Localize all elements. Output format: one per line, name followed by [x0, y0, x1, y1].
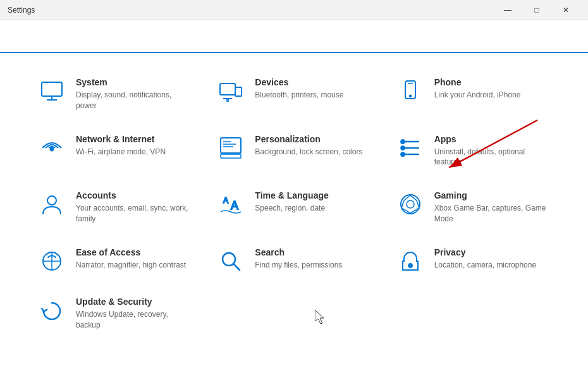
svg-point-23	[47, 196, 56, 205]
window-title: Settings	[8, 6, 35, 15]
apps-icon	[396, 135, 424, 161]
settings-item-network[interactable]: Network & Internet Wi-Fi, airplane mode,…	[25, 123, 204, 180]
settings-desc-system: Display, sound, notifications, power	[76, 90, 192, 111]
search-input[interactable]	[15, 25, 217, 47]
svg-point-26	[401, 195, 420, 214]
settings-desc-privacy: Location, camera, microphone	[434, 260, 550, 271]
settings-desc-gaming: Xbox Game Bar, captures, Game Mode	[434, 203, 550, 224]
settings-desc-apps: Uninstall, defaults, optional features	[434, 147, 550, 168]
settings-title-accounts: Accounts	[76, 190, 192, 200]
settings-desc-search: Find my files, permissions	[255, 260, 371, 271]
settings-item-gaming[interactable]: Gaming Xbox Game Bar, captures, Game Mod…	[384, 179, 563, 236]
settings-desc-accounts: Your accounts, email, sync, work, family	[76, 203, 192, 224]
settings-title-time: Time & Language	[255, 190, 371, 200]
search-icon	[217, 249, 245, 274]
gaming-icon	[396, 192, 424, 217]
phone-icon	[396, 78, 424, 104]
settings-item-update[interactable]: Update & Security Windows Update, recove…	[25, 285, 204, 342]
devices-icon	[217, 78, 245, 104]
svg-point-33	[408, 264, 412, 267]
settings-desc-ease: Narrator, magnifier, high contrast	[76, 260, 192, 271]
svg-point-10	[51, 147, 54, 150]
privacy-icon	[396, 249, 424, 274]
settings-title-devices: Devices	[255, 77, 371, 87]
settings-item-devices[interactable]: Devices Bluetooth, printers, mouse	[204, 66, 383, 123]
network-icon	[38, 135, 66, 161]
settings-item-personalization[interactable]: Personalization Background, lock screen,…	[204, 123, 383, 180]
settings-desc-time: Speech, region, date	[255, 203, 371, 214]
svg-point-8	[409, 95, 411, 97]
minimize-button[interactable]: —	[493, 0, 522, 20]
update-icon	[38, 298, 66, 323]
settings-item-apps[interactable]: Apps Uninstall, defaults, optional featu…	[384, 123, 563, 180]
settings-title-update: Update & Security	[76, 297, 192, 307]
search-bar-area	[0, 20, 588, 53]
settings-item-time[interactable]: A A Time & Language Speech, region, date	[204, 179, 383, 236]
svg-rect-0	[42, 82, 62, 96]
settings-title-personalization: Personalization	[255, 134, 371, 144]
settings-desc-devices: Bluetooth, printers, mouse	[255, 90, 371, 101]
svg-point-22	[401, 152, 405, 156]
settings-title-system: System	[76, 77, 192, 87]
settings-item-system[interactable]: System Display, sound, notifications, po…	[25, 66, 204, 123]
svg-line-32	[233, 264, 240, 270]
time-icon: A A	[217, 192, 245, 217]
title-bar: Settings — □ ✕	[0, 0, 588, 20]
settings-title-ease: Ease of Access	[76, 247, 192, 257]
settings-desc-phone: Link your Android, iPhone	[434, 90, 550, 101]
system-icon	[38, 78, 66, 104]
settings-desc-network: Wi-Fi, airplane mode, VPN	[76, 147, 192, 157]
svg-point-6	[227, 100, 229, 102]
svg-point-20	[401, 140, 405, 144]
settings-title-gaming: Gaming	[434, 190, 550, 200]
svg-rect-3	[220, 83, 235, 95]
svg-text:A: A	[231, 199, 238, 212]
settings-item-ease[interactable]: Ease of Access Narrator, magnifier, high…	[25, 236, 204, 285]
svg-text:A: A	[223, 196, 228, 205]
maximize-button[interactable]: □	[522, 0, 551, 20]
accounts-icon	[38, 192, 66, 217]
settings-title-apps: Apps	[434, 134, 550, 144]
personalization-icon	[217, 135, 245, 161]
svg-rect-11	[221, 138, 241, 153]
svg-point-21	[401, 146, 405, 150]
close-button[interactable]: ✕	[551, 0, 580, 20]
window-controls: — □ ✕	[493, 0, 580, 20]
settings-desc-personalization: Background, lock screen, colors	[255, 147, 371, 157]
settings-title-network: Network & Internet	[76, 134, 192, 144]
svg-point-27	[407, 200, 414, 208]
svg-rect-4	[235, 87, 242, 96]
settings-title-privacy: Privacy	[434, 247, 550, 257]
settings-title-search: Search	[255, 247, 371, 257]
settings-grid: System Display, sound, notifications, po…	[0, 53, 588, 354]
settings-desc-update: Windows Update, recovery, backup	[76, 309, 192, 331]
settings-item-accounts[interactable]: Accounts Your accounts, email, sync, wor…	[25, 179, 204, 236]
settings-item-search[interactable]: Search Find my files, permissions	[204, 236, 383, 285]
settings-title-phone: Phone	[434, 77, 550, 87]
ease-icon	[38, 249, 66, 274]
settings-item-phone[interactable]: Phone Link your Android, iPhone	[384, 66, 563, 123]
settings-item-privacy[interactable]: Privacy Location, camera, microphone	[384, 236, 563, 285]
svg-rect-12	[221, 154, 241, 158]
